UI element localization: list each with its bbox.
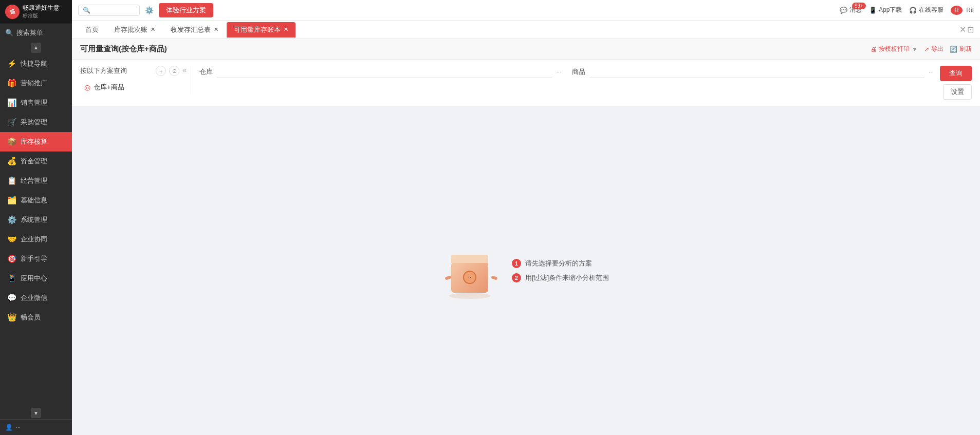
sidebar-item-inventory[interactable]: 📦 库存核算 [0,132,72,152]
hint-num-2: 2 [512,273,521,282]
sidebar-item-enterprise[interactable]: 🤝 企业协同 [0,230,72,249]
product-more-btn[interactable]: ··· [929,68,934,75]
sidebar-search[interactable]: 🔍 搜索菜单 [0,24,72,42]
sidebar-item-finance[interactable]: 💰 资金管理 [0,152,72,171]
scheme-actions: ＋ ⊙ « [156,66,187,76]
app-subtitle: 标准版 [23,12,60,20]
user-menu[interactable]: R Rit [951,7,974,14]
tab-bar: 首页 库存批次账 ✕ 收发存汇总表 ✕ 可用量库存账本 ✕ ✕ ⊡ [72,21,980,39]
close-all-tabs-btn[interactable]: ✕ [959,25,966,34]
tab-available-close[interactable]: ✕ [284,26,288,33]
message-icon: 💬 [840,7,847,14]
manage-scheme-btn[interactable]: ⊙ [169,66,179,76]
newuser-icon: 🎯 [7,254,16,263]
empty-hints: 1 请先选择要分析的方案 2 用[过滤]条件来缩小分析范围 [512,259,609,282]
print-btn[interactable]: 🖨 按模板打印 ▼ [871,45,918,53]
tab-summary-label: 收发存汇总表 [171,25,211,34]
sidebar-user-name: ··· [16,424,21,430]
sidebar-item-member[interactable]: 👑 畅会员 [0,308,72,327]
app-title: 畅康通好生意 [23,4,60,12]
topbar: 🔍 ⚙️ 体验行业方案 💬 消息 99+ 📱 App下载 🎧 在线客服 R Ri… [72,0,980,21]
app-download-btn[interactable]: 📱 App下载 [869,6,902,14]
sidebar-item-label: 应用中心 [21,274,47,283]
sidebar-item-appstore[interactable]: 📱 应用中心 [0,269,72,288]
page-header-actions: 🖨 按模板打印 ▼ ↗ 导出 🔄 刷新 [871,45,972,53]
scheme-label: 按以下方案查询 [80,66,127,75]
message-btn[interactable]: 💬 消息 99+ [840,6,862,14]
member-icon: 👑 [7,313,16,322]
sidebar-search-label: 搜索菜单 [16,28,43,37]
appstore-icon: 📱 [7,274,16,283]
settings-gear-icon[interactable]: ⚙️ [145,6,154,14]
box-arm-right [491,275,497,280]
sidebar-item-label: 资金管理 [21,157,47,166]
warehouse-more-btn[interactable]: ··· [556,68,561,75]
sidebar-item-purchase[interactable]: 🛒 采购管理 [0,112,72,132]
sidebar-item-operations[interactable]: 📋 经营管理 [0,171,72,191]
sidebar-item-label: 库存核算 [21,137,47,146]
tab-summary[interactable]: 收发存汇总表 ✕ [163,22,226,37]
topbar-search-box[interactable]: 🔍 [78,5,140,16]
warehouse-field: 仓库 ··· [199,66,562,78]
scroll-down-btn[interactable]: ▼ [31,408,41,418]
sidebar-item-system[interactable]: ⚙️ 系统管理 [0,210,72,230]
sidebar-bottom[interactable]: 👤 ··· [0,419,72,435]
sidebar-item-newuser[interactable]: 🎯 新手引导 [0,249,72,269]
tab-home[interactable]: 首页 [78,22,106,37]
hint-num-1: 1 [512,259,521,268]
product-input[interactable] [589,66,924,78]
page-title: 可用量查询(按仓库+商品) [80,44,167,54]
print-dropdown-icon[interactable]: ▼ [912,46,918,53]
face-eyes: ·· [468,275,471,280]
tab-batch-close[interactable]: ✕ [151,26,155,33]
tab-batch[interactable]: 库存批次账 ✕ [107,22,162,37]
enterprise-icon: 🤝 [7,235,16,244]
product-field: 商品 ··· [572,66,934,78]
export-icon: ↗ [924,46,929,53]
sidebar-item-label: 企业协同 [21,235,47,244]
setting-btn[interactable]: 设置 [943,84,972,100]
content-area: 可用量查询(按仓库+商品) 🖨 按模板打印 ▼ ↗ 导出 🔄 刷新 [72,39,980,435]
export-btn[interactable]: ↗ 导出 [924,45,944,53]
warehouse-input[interactable] [217,66,552,78]
app-logo: 畅 [5,5,20,19]
sidebar-item-quick[interactable]: ⚡ 快捷导航 [0,54,72,73]
add-scheme-btn[interactable]: ＋ [156,66,166,76]
expand-tabs-btn[interactable]: ⊡ [967,25,974,34]
sidebar-item-label: 企业微信 [21,293,47,302]
sidebar-item-wechat[interactable]: 💬 企业微信 [0,288,72,308]
query-btn[interactable]: 查询 [940,66,972,81]
query-action-btns: 查询 设置 [940,66,972,100]
inventory-icon: 📦 [7,137,16,146]
warehouse-label: 仓库 [199,67,213,77]
sidebar-item-label: 快捷导航 [21,59,47,68]
main-area: 🔍 ⚙️ 体验行业方案 💬 消息 99+ 📱 App下载 🎧 在线客服 R Ri… [72,0,980,435]
sidebar-item-basic[interactable]: 🗂️ 基础信息 [0,191,72,210]
tab-summary-close[interactable]: ✕ [214,26,218,33]
scheme-item-label: 仓库+商品 [94,83,124,92]
sidebar-item-label: 采购管理 [21,118,47,127]
export-label: 导出 [931,45,944,53]
page-header: 可用量查询(按仓库+商品) 🖨 按模板打印 ▼ ↗ 导出 🔄 刷新 [72,39,980,60]
trial-btn[interactable]: 体验行业方案 [159,3,213,17]
tab-home-label: 首页 [85,25,99,34]
scroll-up-btn[interactable]: ▲ [31,43,41,53]
sidebar-item-label: 基础信息 [21,196,47,205]
scheme-item-warehouse-product[interactable]: ◎ 仓库+商品 [80,80,187,94]
user-name: Rit [966,7,974,14]
app-download-label: App下载 [879,6,902,14]
hint-text-2: 用[过滤]条件来缩小分析范围 [525,273,609,282]
online-service-btn[interactable]: 🎧 在线客服 [909,6,944,14]
tab-available[interactable]: 可用量库存账本 ✕ [227,22,295,37]
empty-illustration: ·· [443,242,500,299]
system-icon: ⚙️ [7,215,16,224]
refresh-btn[interactable]: 🔄 刷新 [950,45,972,53]
sidebar-item-marketing[interactable]: 🎁 营销推广 [0,73,72,93]
box-arm-left [445,275,451,280]
sidebar-item-sales[interactable]: 📊 销售管理 [0,93,72,112]
sidebar-item-label: 畅会员 [21,313,41,322]
user-avatar-icon: 👤 [5,424,13,431]
collapse-scheme-btn[interactable]: « [182,66,187,76]
operations-icon: 📋 [7,176,16,185]
print-icon: 🖨 [871,46,877,53]
